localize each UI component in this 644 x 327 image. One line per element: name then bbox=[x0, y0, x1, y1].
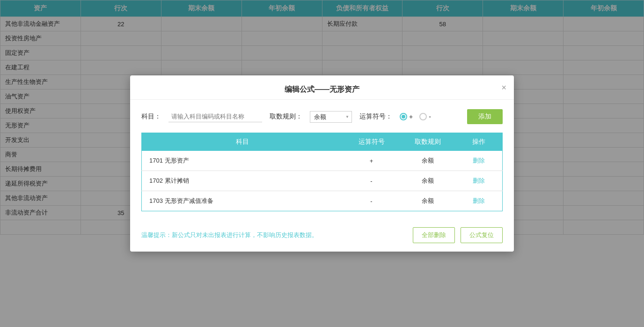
subject-input[interactable] bbox=[168, 111, 262, 122]
cell-operator: - bbox=[344, 191, 400, 211]
cell-subject: 1702 累计摊销 bbox=[142, 171, 344, 191]
form-row: 科目： 取数规则： 余额 借方发生额 贷方发生额 运算符号： + bbox=[141, 109, 503, 124]
table-header-action: 操作 bbox=[456, 133, 503, 151]
rule-select-wrap[interactable]: 余额 借方发生额 贷方发生额 bbox=[310, 111, 352, 123]
radio-plus[interactable]: + bbox=[400, 113, 413, 120]
table-row: 1703 无形资产减值准备-余额删除 bbox=[142, 191, 503, 211]
table-header-operator: 运算符号 bbox=[344, 133, 400, 151]
delete-row-button[interactable]: 删除 bbox=[473, 197, 485, 204]
cell-rule: 余额 bbox=[400, 191, 456, 211]
modal-header: 编辑公式——无形资产 × bbox=[130, 75, 514, 100]
operator-label: 运算符号： bbox=[359, 112, 392, 121]
rule-select[interactable]: 余额 借方发生额 贷方发生额 bbox=[310, 111, 352, 123]
formula-table: 科目 运算符号 取数规则 操作 1701 无形资产+余额删除1702 累计摊销-… bbox=[141, 133, 503, 211]
modal-footer: 温馨提示：新公式只对未出报表进行计算，不影响历史报表数据。 全部删除 公式复位 bbox=[130, 221, 514, 252]
reset-formula-button[interactable]: 公式复位 bbox=[461, 227, 503, 243]
radio-plus-circle bbox=[400, 113, 407, 120]
operator-radio-group: + - bbox=[400, 113, 431, 120]
footer-buttons: 全部删除 公式复位 bbox=[413, 227, 503, 243]
cell-subject: 1701 无形资产 bbox=[142, 151, 344, 171]
modal-title: 编辑公式——无形资产 bbox=[285, 85, 359, 93]
cell-operator: - bbox=[344, 171, 400, 191]
cell-action: 删除 bbox=[456, 171, 503, 191]
modal-close-button[interactable]: × bbox=[501, 83, 506, 92]
radio-minus-circle bbox=[419, 113, 427, 120]
radio-minus-label: - bbox=[429, 113, 431, 120]
table-row: 1701 无形资产+余额删除 bbox=[142, 151, 503, 171]
delete-all-button[interactable]: 全部删除 bbox=[413, 227, 455, 243]
cell-rule: 余额 bbox=[400, 171, 456, 191]
footer-tip: 温馨提示：新公式只对未出报表进行计算，不影响历史报表数据。 bbox=[141, 231, 318, 239]
modal-overlay: 编辑公式——无形资产 × 科目： 取数规则： 余额 借方发生额 贷方发生额 运算… bbox=[0, 0, 644, 327]
modal-body: 科目： 取数规则： 余额 借方发生额 贷方发生额 运算符号： + bbox=[130, 100, 514, 221]
rule-label: 取数规则： bbox=[270, 112, 302, 121]
cell-subject: 1703 无形资产减值准备 bbox=[142, 191, 344, 211]
cell-action: 删除 bbox=[456, 151, 503, 171]
subject-label: 科目： bbox=[141, 112, 161, 121]
delete-row-button[interactable]: 删除 bbox=[473, 157, 485, 164]
cell-operator: + bbox=[344, 151, 400, 171]
cell-action: 删除 bbox=[456, 191, 503, 211]
table-header-subject: 科目 bbox=[142, 133, 344, 151]
cell-rule: 余额 bbox=[400, 151, 456, 171]
table-header-rule: 取数规则 bbox=[400, 133, 456, 151]
table-row: 1702 累计摊销-余额删除 bbox=[142, 171, 503, 191]
add-button[interactable]: 添加 bbox=[467, 109, 503, 124]
radio-minus[interactable]: - bbox=[419, 113, 431, 120]
modal-dialog: 编辑公式——无形资产 × 科目： 取数规则： 余额 借方发生额 贷方发生额 运算… bbox=[130, 75, 514, 252]
radio-plus-label: + bbox=[409, 113, 413, 120]
delete-row-button[interactable]: 删除 bbox=[473, 177, 485, 184]
